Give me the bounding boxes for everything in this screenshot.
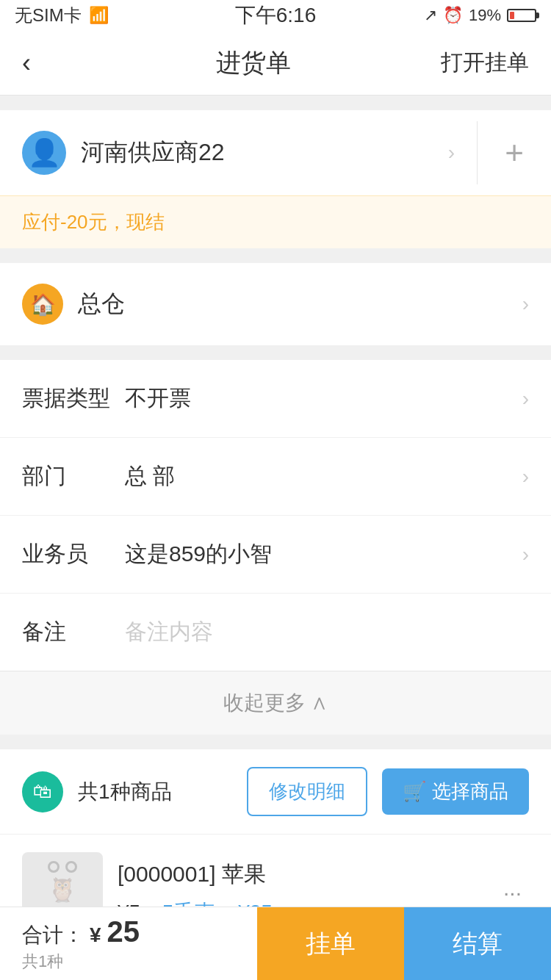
wifi-icon: 📶 (89, 6, 109, 25)
supplier-avatar-icon: 👤 (28, 137, 61, 168)
products-count: 共1种商品 (78, 778, 232, 806)
top-divider (0, 96, 551, 110)
product-code: [0000001] 苹果 (118, 862, 266, 886)
suspend-button[interactable]: 挂单 (257, 907, 404, 980)
salesperson-row[interactable]: 业务员 这是859的小智 › (0, 516, 551, 594)
battery-percent: 19% (469, 6, 501, 25)
alert-banner: 应付-20元，现结 (0, 195, 551, 248)
supplier-name: 河南供应商22 (81, 137, 448, 169)
alarm-icon: ⏰ (443, 6, 463, 25)
invoice-type-value: 不开票 (125, 383, 522, 414)
invoice-chevron-icon: › (522, 387, 529, 411)
department-row[interactable]: 部门 总 部 › (0, 438, 551, 516)
status-bar: 无SIM卡 📶 下午6:16 ↗ ⏰ 19% (0, 0, 551, 31)
status-bar-left: 无SIM卡 📶 (15, 4, 109, 27)
warehouse-icon: 🏠 (22, 284, 63, 325)
carrier-label: 无SIM卡 (15, 4, 82, 27)
warehouse-selector[interactable]: 🏠 总仓 › (0, 263, 551, 345)
total-currency: ¥ (90, 923, 101, 947)
warehouse-chevron-icon: › (522, 292, 529, 316)
invoice-type-row[interactable]: 票据类型 不开票 › (0, 360, 551, 438)
status-bar-right: ↗ ⏰ 19% (424, 6, 536, 25)
alert-text: 应付-20元，现结 (22, 211, 165, 233)
owl-eye-left (48, 861, 60, 873)
supplier-chevron-icon: › (448, 141, 455, 165)
supplier-avatar: 👤 (22, 131, 66, 175)
footer-total-row: 合计： ¥ 25 (22, 915, 235, 949)
products-header: 🛍 共1种商品 修改明细 🛒 选择商品 (0, 749, 551, 834)
products-icon: 🛍 (22, 771, 63, 813)
invoice-type-label: 票据类型 (22, 383, 125, 414)
checkout-button[interactable]: 结算 (404, 907, 551, 980)
back-button[interactable]: ‹ (22, 48, 66, 79)
product-name: [0000001] 苹果 (118, 860, 481, 890)
salesperson-chevron-icon: › (522, 543, 529, 566)
owl-eyes (48, 861, 77, 873)
location-icon: ↗ (424, 6, 437, 25)
total-amount: 25 (107, 915, 140, 948)
form-section: 票据类型 不开票 › 部门 总 部 › 业务员 这是859的小智 › 备注 备注… (0, 360, 551, 671)
department-value: 总 部 (125, 461, 522, 491)
salesperson-label: 业务员 (22, 539, 125, 569)
total-label: 合计： (22, 921, 84, 949)
salesperson-value: 这是859的小智 (125, 539, 522, 569)
owl-body-icon: 🦉 (48, 876, 77, 904)
shopping-bag-icon: 🛍 (33, 780, 52, 803)
add-supplier-button[interactable]: + (478, 110, 551, 195)
footer: 合计： ¥ 25 共1种 挂单 结算 (0, 907, 551, 980)
supplier-section: 👤 河南供应商22 › + (0, 110, 551, 195)
supplier-selector[interactable]: 👤 河南供应商22 › (0, 110, 477, 195)
nav-bar: ‹ 进货单 打开挂单 (0, 31, 551, 96)
total-sub: 共1种 (22, 951, 235, 973)
note-row[interactable]: 备注 备注内容 (0, 594, 551, 671)
collapse-toggle[interactable]: 收起更多 ∧ (0, 671, 551, 735)
footer-total: 合计： ¥ 25 共1种 (0, 907, 257, 980)
page-title: 进货单 (216, 46, 291, 80)
note-input[interactable]: 备注内容 (125, 617, 529, 647)
select-product-label: 选择商品 (432, 779, 508, 804)
department-label: 部门 (22, 461, 125, 491)
select-product-icon: 🛒 (403, 780, 426, 803)
edit-detail-button[interactable]: 修改明细 (247, 767, 367, 816)
select-product-button[interactable]: 🛒 选择商品 (382, 768, 529, 815)
open-pending-button[interactable]: 打开挂单 (441, 48, 529, 78)
status-bar-time: 下午6:16 (235, 1, 317, 29)
note-label: 备注 (22, 617, 125, 647)
owl-eye-right (65, 861, 77, 873)
battery-icon (507, 9, 536, 22)
warehouse-name: 总仓 (78, 288, 522, 320)
department-chevron-icon: › (522, 465, 529, 489)
